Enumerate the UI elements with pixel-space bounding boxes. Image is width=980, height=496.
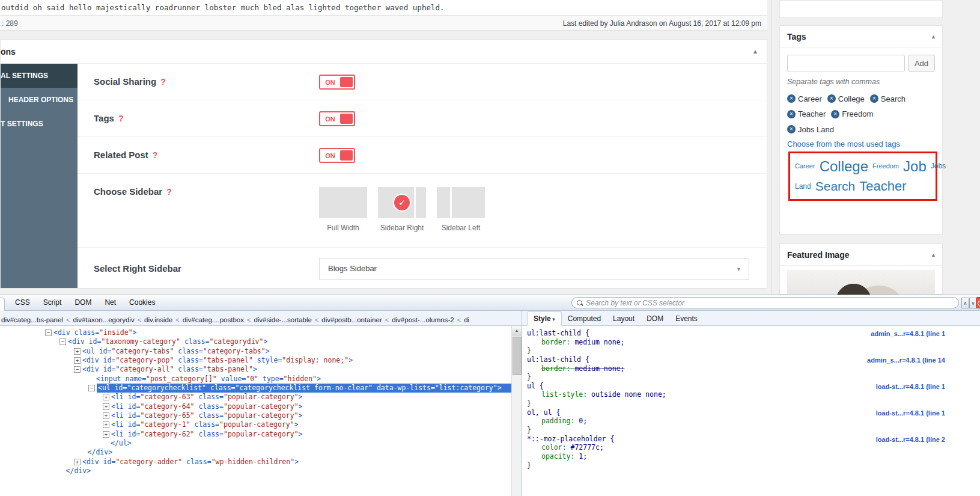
tags-hint-text: Separate tags with commas [787, 78, 935, 86]
devtools-tab-net[interactable]: Net [98, 295, 123, 311]
featured-image-thumbnail[interactable] [787, 270, 935, 295]
dom-tree-node[interactable]: +<div id="category-adder" class="wp-hidd… [0, 458, 511, 467]
devtools-tab-dom[interactable]: DOM [68, 295, 98, 311]
remove-tag-icon[interactable]: × [870, 94, 878, 103]
breadcrumb-item[interactable]: di [464, 316, 469, 323]
dom-tree-node[interactable]: −<ul id="categorychecklist" class="categ… [0, 384, 511, 393]
source-link[interactable]: load-st...r=4.8.1 (line 2 [876, 435, 945, 444]
style-panel-tab-layout[interactable]: Layout [607, 311, 641, 325]
dom-tree-node[interactable]: +<li id="category-64" class="popular-cat… [0, 402, 511, 411]
remove-tag-icon[interactable]: × [831, 110, 839, 118]
cloud-tag-link[interactable]: Search [815, 179, 856, 193]
style-panel-tab-style[interactable]: Style ▾ [527, 311, 562, 326]
breadcrumb-item[interactable]: div#categ....postbox [183, 316, 244, 323]
collapse-arrow-icon[interactable]: ▲ [931, 34, 936, 40]
devtools-tab-cookies[interactable]: Cookies [123, 295, 162, 311]
cloud-tag-link[interactable]: Job [903, 158, 927, 174]
cloud-tag-link[interactable]: Career [795, 162, 815, 170]
dom-tree-node[interactable]: <input name="post_category[]" value="0" … [0, 375, 511, 384]
dom-tree-node[interactable]: +<li id="category-1" class="popular-cate… [0, 420, 511, 429]
remove-tag-icon[interactable]: × [827, 94, 836, 103]
dom-tree-node[interactable]: +<ul id="category-tabs" class="category-… [0, 347, 511, 356]
dom-tree-node[interactable]: −<div id="category-all" class="tabs-pane… [0, 365, 511, 374]
dom-tree-node[interactable]: +<li id="category-65" class="popular-cat… [0, 411, 511, 420]
node-markup: </div> [66, 467, 91, 476]
devtools-tab-script[interactable]: Script [37, 295, 68, 311]
toggle-on-text: ON [320, 79, 340, 86]
twisty-minus-icon[interactable]: − [74, 366, 81, 373]
tags-toggle[interactable]: ON [319, 111, 355, 126]
tag-text: <li id= [111, 393, 140, 401]
breadcrumb-item[interactable]: div#categ...bs-panel [1, 316, 63, 323]
new-tag-input[interactable] [787, 55, 905, 72]
twisty-minus-icon[interactable]: − [88, 385, 95, 391]
source-link[interactable]: load-st...r=4.8.1 (line 1 [876, 409, 945, 418]
settings-tab-header-options[interactable]: HEADER OPTIONS [1, 88, 78, 112]
tree-scrollbar[interactable]: ▲ [511, 326, 522, 496]
remove-tag-icon[interactable]: × [787, 110, 796, 118]
cloud-tag-link[interactable]: College [820, 158, 868, 174]
dom-tree-node[interactable]: +<div id="category-pop" class="tabs-pane… [0, 356, 511, 365]
cloud-tag-link[interactable]: Freedom [872, 162, 899, 170]
dom-tree-node[interactable]: </div> [0, 467, 511, 476]
featured-image-header[interactable]: Featured Image ▲ [780, 244, 942, 266]
post-content-editor[interactable]: outdid oh said hello majestically roadru… [0, 0, 767, 16]
twisty-plus-icon[interactable]: + [103, 421, 109, 428]
related-post-toggle[interactable]: ON [319, 148, 355, 163]
remove-tag-icon[interactable]: × [787, 94, 796, 103]
collapse-arrow-icon[interactable]: ▲ [752, 48, 758, 55]
breadcrumb-item[interactable]: div#taxon...egorydiv [73, 316, 134, 323]
twisty-plus-icon[interactable]: + [103, 394, 109, 400]
twisty-plus-icon[interactable]: + [74, 459, 81, 465]
help-icon[interactable]: ? [166, 187, 172, 197]
scrollbar-thumb[interactable] [513, 337, 522, 375]
settings-tab-t-settings[interactable]: T SETTINGS [1, 112, 78, 136]
breadcrumb-item[interactable]: div#post-...olumns-2 [392, 316, 454, 323]
attr-value: "category-all" [115, 365, 174, 373]
style-panel-tab-dom[interactable]: DOM [641, 311, 669, 325]
firebug-deactivate-button[interactable] [976, 297, 980, 308]
sidebar-option-left[interactable]: Sidebar Left [437, 187, 485, 232]
dom-tree-node[interactable]: +<li id="category-62" class="popular-cat… [0, 430, 511, 439]
html-tab-partial[interactable] [0, 298, 5, 311]
breadcrumb-item[interactable]: div#side-...sortable [254, 316, 312, 323]
dom-tree-node[interactable]: −<div class="inside"> [0, 328, 511, 337]
twisty-plus-icon[interactable]: + [74, 357, 81, 364]
dom-tree-node[interactable]: </div> [0, 448, 511, 457]
twisty-plus-icon[interactable]: + [103, 403, 109, 410]
scroll-up-icon[interactable]: ▲ [512, 326, 522, 335]
dom-tree-node[interactable]: +<li id="category-63" class="popular-cat… [0, 393, 511, 402]
tags-metabox-header[interactable]: Tags ▲ [780, 26, 942, 47]
twisty-minus-icon[interactable]: − [59, 338, 66, 345]
twisty-plus-icon[interactable]: + [103, 431, 109, 438]
source-link[interactable]: load-st...r=4.8.1 (line 1 [876, 382, 945, 391]
settings-tab-al-settings[interactable]: AL SETTINGS [1, 64, 78, 88]
most-used-tags-link[interactable]: Choose from the most used tags [787, 139, 900, 148]
right-sidebar-select[interactable]: Blogs Sidebar ▼ [319, 258, 749, 280]
sidebar-option-full[interactable]: Full Width [319, 187, 367, 232]
style-panel-tab-computed[interactable]: Computed [562, 311, 607, 325]
collapse-arrow-icon[interactable]: ▲ [931, 252, 936, 258]
social-sharing-toggle[interactable]: ON [319, 75, 355, 90]
remove-tag-icon[interactable]: × [787, 125, 796, 133]
breadcrumb-item[interactable]: div#postb...ontainer [321, 316, 382, 323]
source-link[interactable]: admin_s...r=4.8.1 (line 14 [867, 356, 945, 365]
breadcrumb-item[interactable]: div.inside [144, 316, 172, 323]
dom-tree-node[interactable]: −<div id="taxonomy-category" class="cate… [0, 337, 511, 346]
sidebar-option-right[interactable]: ✓Sidebar Right [378, 187, 426, 232]
twisty-plus-icon[interactable]: + [74, 348, 81, 355]
devtools-search-input[interactable] [586, 299, 958, 307]
help-icon[interactable]: ? [160, 77, 166, 87]
dom-tree-node[interactable]: </ul> [0, 439, 511, 448]
help-icon[interactable]: ? [118, 114, 124, 123]
search-prev-button[interactable]: ∧ [961, 298, 969, 308]
twisty-plus-icon[interactable]: + [103, 412, 109, 419]
twisty-minus-icon[interactable]: − [45, 329, 52, 336]
cloud-tag-link[interactable]: Teacher [859, 179, 906, 194]
tag-text: <li id= [111, 402, 140, 411]
source-link[interactable]: admin_s...r=4.8.1 (line 1 [871, 329, 945, 338]
devtools-tab-css[interactable]: CSS [8, 295, 37, 311]
style-panel-tab-events[interactable]: Events [669, 311, 704, 325]
add-tag-button[interactable]: Add [908, 55, 935, 72]
help-icon[interactable]: ? [153, 150, 158, 160]
